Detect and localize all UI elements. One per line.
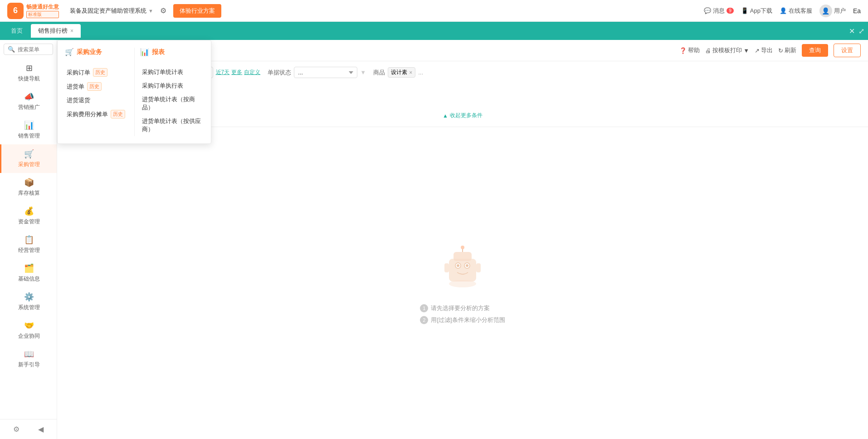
stock-in-history-badge: 历史 xyxy=(87,82,102,91)
export-icon: ↗ xyxy=(755,47,760,54)
empty-hints: 1 请先选择要分析的方案 2 用[过滤]条件来缩小分析范围 xyxy=(420,302,505,326)
tab-close-icon[interactable]: × xyxy=(70,28,73,34)
sidebar-search-input[interactable] xyxy=(18,46,49,53)
message-label: 消息 xyxy=(713,7,725,15)
finance-icon: 💰 xyxy=(24,206,34,216)
status-label: 单据状态 xyxy=(268,69,291,77)
system-settings-button[interactable]: ⚙ xyxy=(157,5,170,17)
svg-rect-1 xyxy=(449,259,476,281)
purchase-order-stats-item[interactable]: 采购订单统计表 xyxy=(140,65,204,79)
stock-return-label: 进货退货 xyxy=(67,96,90,104)
preset-7days-button[interactable]: 近7天 xyxy=(216,69,230,76)
filter-status-item: 单据状态 ... ▼ xyxy=(268,67,366,78)
purchase-order-exec-label: 采购订单执行表 xyxy=(142,82,183,90)
purchase-order-exec-item[interactable]: 采购订单执行表 xyxy=(140,79,204,93)
industry-solution-button[interactable]: 体验行业方案 xyxy=(173,4,221,18)
stock-in-item[interactable]: 进货单 历史 xyxy=(65,79,129,94)
purchase-icon: 🛒 xyxy=(24,149,34,159)
sidebar-item-marketing[interactable]: 📣 营销推广 xyxy=(0,87,57,116)
sidebar-item-purchase-label: 采购管理 xyxy=(18,161,40,168)
goods-label: 商品 xyxy=(373,69,385,77)
user-button[interactable]: 👤 用户 xyxy=(819,5,846,17)
tab-bar-right: ✕ ⤢ xyxy=(849,27,864,35)
report-col-title: 📊 报表 xyxy=(140,48,204,60)
goods-more-icon[interactable]: ... xyxy=(418,69,423,76)
stock-stats-by-goods-item[interactable]: 进货单统计表（按商品） xyxy=(140,93,204,114)
sidebar-item-guide[interactable]: 📖 新手引导 xyxy=(0,345,57,373)
status-select[interactable]: ... xyxy=(294,67,357,78)
sidebar-item-sales[interactable]: 📊 销售管理 xyxy=(0,116,57,144)
sidebar-item-system[interactable]: ⚙️ 系统管理 xyxy=(0,287,57,316)
system-title: 装备及固定资产辅助管理系统 xyxy=(70,7,146,15)
hint-number-2: 2 xyxy=(420,316,428,324)
purchase-col-label: 采购业务 xyxy=(77,48,102,56)
brand-name: 畅捷通好生意 xyxy=(26,3,59,11)
report-col-icon: 📊 xyxy=(140,48,149,56)
app-download-label: App下载 xyxy=(750,7,772,15)
help-icon: ❓ xyxy=(679,47,687,54)
preset-custom-button[interactable]: 自定义 xyxy=(244,69,260,76)
sidebar-item-operations[interactable]: 📋 经营管理 xyxy=(0,230,57,259)
sidebar-item-sales-label: 销售管理 xyxy=(18,132,40,140)
system-title-dropdown[interactable]: 装备及固定资产辅助管理系统 ▼ xyxy=(70,7,153,15)
sidebar-item-quick-nav[interactable]: ⊞ 快捷导航 xyxy=(0,59,57,87)
dropdown-col-report: 📊 报表 采购订单统计表 采购订单执行表 进货单统计表（按商品） 进货单统计表（… xyxy=(140,48,204,136)
goods-tag-close-icon[interactable]: × xyxy=(409,69,412,76)
dropdown-divider xyxy=(134,48,135,136)
stock-return-item[interactable]: 进货退货 xyxy=(65,94,129,107)
operations-icon: 📋 xyxy=(24,235,34,245)
preset-more-button[interactable]: 更多 xyxy=(231,69,242,76)
collapse-label: 收起更多条件 xyxy=(450,112,483,119)
empty-hint-2: 2 用[过滤]条件来缩小分析范围 xyxy=(420,314,505,326)
sidebar-item-purchase[interactable]: 🛒 采购管理 xyxy=(0,144,57,173)
sidebar-collapse-button[interactable]: ◀ xyxy=(38,425,44,434)
svg-rect-7 xyxy=(444,263,449,272)
svg-point-6 xyxy=(466,264,468,267)
sidebar-settings-button[interactable]: ⚙ xyxy=(13,425,20,434)
online-service-button[interactable]: 👤 在线客服 xyxy=(780,7,812,15)
tab-fullscreen-button[interactable]: ⤢ xyxy=(858,27,864,35)
phone-icon: 📱 xyxy=(741,7,748,14)
tab-home[interactable]: 首页 xyxy=(4,24,30,38)
purchase-order-item[interactable]: 采购订单 历史 xyxy=(65,65,129,79)
goods-tag-text: 设计素 xyxy=(391,69,407,76)
sidebar-item-finance[interactable]: 💰 资金管理 xyxy=(0,202,57,230)
refresh-button[interactable]: ↻ 刷新 xyxy=(778,46,796,54)
report-col-label: 报表 xyxy=(152,48,165,56)
sidebar-item-quick-nav-label: 快捷导航 xyxy=(18,75,40,83)
user-avatar: 👤 xyxy=(819,5,832,17)
sidebar-item-enterprise[interactable]: 🤝 企业协同 xyxy=(0,316,57,345)
tab-close-all-button[interactable]: ✕ xyxy=(849,27,855,35)
date-presets: 近7天 更多 自定义 xyxy=(216,69,261,76)
detection-text: Ea xyxy=(853,7,861,15)
purchase-expense-item[interactable]: 采购费用分摊单 历史 xyxy=(65,107,129,121)
sidebar-item-basic-info[interactable]: 🗂️ 基础信息 xyxy=(0,259,57,287)
purchase-order-stats-label: 采购订单统计表 xyxy=(142,68,183,76)
message-button[interactable]: 💬 消息 9 xyxy=(704,7,734,15)
stock-stats-by-supplier-item[interactable]: 进货单统计表（按供应商） xyxy=(140,114,204,136)
sidebar-item-operations-label: 经营管理 xyxy=(18,247,40,254)
settings-config-button[interactable]: 设置 xyxy=(834,44,861,57)
query-button[interactable]: 查询 xyxy=(802,44,828,57)
help-button[interactable]: ❓ 帮助 xyxy=(679,46,700,54)
app-download-button[interactable]: 📱 App下载 xyxy=(741,7,772,15)
empty-illustration xyxy=(435,241,490,295)
sidebar-item-basic-info-label: 基础信息 xyxy=(18,275,40,283)
collapse-button[interactable]: ▲ 收起更多条件 xyxy=(443,112,483,119)
top-bar-left: 6 畅捷通好生意 标准版 装备及固定资产辅助管理系统 ▼ ⚙ 体验行业方案 xyxy=(7,3,221,19)
tab-sales-rank[interactable]: 销售排行榜 × xyxy=(31,24,81,38)
dropdown-arrow-icon: ▼ xyxy=(148,8,153,14)
inventory-icon: 📦 xyxy=(24,178,34,187)
stock-stats-by-goods-label: 进货单统计表（按商品） xyxy=(142,95,202,112)
stock-in-label: 进货单 xyxy=(67,83,84,91)
sidebar-item-enterprise-label: 企业协同 xyxy=(18,332,40,340)
purchase-expense-history-badge: 历史 xyxy=(111,110,125,118)
print-dropdown-icon: ▼ xyxy=(743,47,749,54)
sidebar-item-inventory[interactable]: 📦 库存核算 xyxy=(0,173,57,202)
export-button[interactable]: ↗ 导出 xyxy=(755,46,773,54)
dropdown-columns: 🛒 采购业务 采购订单 历史 进货单 历史 进货退货 采购费用分摊单 历史 📊 xyxy=(65,48,204,136)
sidebar-search-box[interactable]: 🔍 xyxy=(4,44,53,55)
print-button[interactable]: 🖨 按模板打印 ▼ xyxy=(705,46,749,54)
system-icon: ⚙️ xyxy=(24,292,34,302)
status-chevron-icon: ▼ xyxy=(360,69,366,76)
